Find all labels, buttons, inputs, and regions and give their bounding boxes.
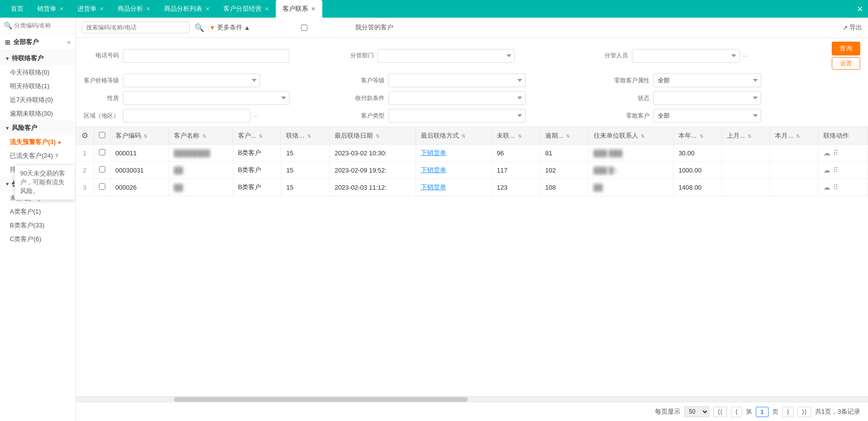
sort-type-icon[interactable]: ⇅ <box>259 133 263 139</box>
row-last-method-2-link[interactable]: 下销货单 <box>421 166 446 173</box>
action-more-icon-3[interactable]: ⠿ <box>833 183 838 191</box>
sidebar-item-churned[interactable]: 已流失客户(24) ? <box>0 149 75 163</box>
gear-icon[interactable]: ⚙ <box>81 131 89 140</box>
section-pending-contact[interactable]: ▼ 待联络客户 <box>0 51 75 66</box>
row-last-method-2: 下销货单 <box>415 162 491 179</box>
row-this-month-2 <box>770 162 819 179</box>
horizontal-scrollbar[interactable] <box>76 396 868 402</box>
filter-input-phone[interactable] <box>123 49 289 63</box>
tab-product-analysis[interactable]: 商品分析 ✕ <box>111 0 157 18</box>
row-last-method-3-link[interactable]: 下销货单 <box>421 183 446 191</box>
filter-select-status[interactable] <box>653 91 761 105</box>
row-last-month-2 <box>722 162 770 179</box>
tab-home[interactable]: 首页 <box>4 0 30 18</box>
close-tab-sales[interactable]: ✕ <box>59 6 64 12</box>
close-tab-pa[interactable]: ✕ <box>146 6 150 12</box>
close-tab-cc[interactable]: ✕ <box>311 6 315 12</box>
search-input[interactable] <box>82 22 190 33</box>
prev-page-btn[interactable]: ⟨ <box>731 407 742 417</box>
filter-label-dept: 分管部门 <box>338 51 378 60</box>
search-button[interactable]: 🔍 <box>194 23 204 32</box>
sort-contact-icon[interactable]: ⇅ <box>307 133 311 139</box>
close-tab-purchase[interactable]: ✕ <box>99 6 104 12</box>
sort-person-icon[interactable]: ⇅ <box>641 133 645 139</box>
row-person-2-value: ███ █3... <box>594 167 623 174</box>
tab-product-list[interactable]: 商品分析列表 ✕ <box>157 0 217 18</box>
sort-this-month-icon[interactable]: ⇅ <box>796 133 800 139</box>
collapse-icon[interactable]: « <box>67 39 71 46</box>
my-customer-checkbox-label[interactable]: 我分管的客户 <box>255 23 393 32</box>
tab-sales-order[interactable]: 销货单 ✕ <box>30 0 71 18</box>
export-label: 导出 <box>849 23 862 32</box>
region-more-icon[interactable]: ··· <box>253 112 259 120</box>
sidebar-item-c-class[interactable]: C类客户(6) <box>0 232 75 246</box>
filter-select-nature[interactable] <box>123 91 289 105</box>
last-page-btn[interactable]: ⟩⟩ <box>797 407 811 417</box>
row-last-method-1: 下销货单 <box>415 145 491 162</box>
sort-this-year-icon[interactable]: ⇅ <box>699 133 703 139</box>
row-checkbox-1 <box>94 145 110 162</box>
my-customer-checkbox[interactable] <box>255 25 353 31</box>
row-1-checkbox[interactable] <box>99 149 105 155</box>
table-row: 1 000011 ████████ B类客户 15 2023-03-02 10:… <box>76 145 868 162</box>
sidebar-item-today-contact[interactable]: 今天待联络(0) <box>0 66 75 79</box>
per-page-select[interactable]: 50 100 200 <box>684 406 709 417</box>
settings-button[interactable]: 设置 <box>832 57 860 70</box>
export-btn[interactable]: ↗ 导出 <box>843 23 862 32</box>
first-page-btn[interactable]: ⟨⟨ <box>713 407 727 417</box>
filter-select-price-level[interactable] <box>123 74 260 87</box>
row-num-1: 1 <box>76 145 94 162</box>
scrollbar-thumb[interactable] <box>174 397 468 402</box>
row-3-checkbox[interactable] <box>99 183 105 190</box>
action-more-icon-1[interactable]: ⠿ <box>833 149 838 157</box>
sidebar-search-input[interactable] <box>14 22 72 29</box>
filter-select-retail[interactable]: 全部 <box>653 109 761 123</box>
row-2-checkbox[interactable] <box>99 166 105 173</box>
next-page-btn[interactable]: ⟩ <box>782 407 794 417</box>
action-more-icon-2[interactable]: ⠿ <box>833 166 838 174</box>
filter-select-customer-type[interactable] <box>388 109 526 123</box>
sidebar-item-tomorrow-contact[interactable]: 明天待联络(1) <box>0 79 75 93</box>
manager-more-icon[interactable]: ··· <box>743 52 748 59</box>
tab-customer-contact[interactable]: 客户联系 ✕ <box>276 0 322 18</box>
sort-last-month-icon[interactable]: ⇅ <box>747 133 751 139</box>
sort-last-method-icon[interactable]: ⇅ <box>461 133 465 139</box>
sidebar-item-b-class[interactable]: B类客户(33) <box>0 219 75 232</box>
filter-select-retail-attr[interactable]: 全部 <box>653 74 761 87</box>
a-class-label: A类客户(1) <box>10 207 41 216</box>
sidebar-item-overdue-contact[interactable]: 逾期未联络(30) <box>0 107 75 121</box>
sidebar-all-customers[interactable]: ⊞ 全部客户 « <box>0 34 75 51</box>
sidebar-item-churn-warning[interactable]: 流失预警客户(3) ● <box>0 135 75 149</box>
filter-select-manager[interactable] <box>632 49 740 63</box>
row-contact-count-1: 15 <box>281 145 330 162</box>
tab-customer-tier[interactable]: 客户分层经营 ✕ <box>217 0 276 18</box>
sort-last-date-icon[interactable]: ⇅ <box>376 133 380 139</box>
filter-label-payment: 收付款条件 <box>349 94 388 102</box>
actions-cell-1: ☁ ⠿ <box>823 149 863 157</box>
section-risk-customer[interactable]: ▼ 风险客户 <box>0 121 75 135</box>
filter-input-region[interactable] <box>123 109 250 123</box>
sort-code-icon[interactable]: ⇅ <box>144 133 147 139</box>
row-last-method-1-link[interactable]: 下销货单 <box>421 149 446 156</box>
filter-select-dept[interactable] <box>378 49 515 63</box>
row-actions-2: ☁ ⠿ <box>819 162 868 179</box>
close-window-btn[interactable]: ✕ <box>857 4 863 14</box>
sidebar-item-7day-contact[interactable]: 近7天待联络(0) <box>0 93 75 107</box>
filter-select-payment[interactable] <box>388 91 526 105</box>
close-tab-pl[interactable]: ✕ <box>205 6 210 12</box>
filter-select-customer-level[interactable] <box>388 74 526 87</box>
action-phone-icon-2[interactable]: ☁ <box>823 166 830 174</box>
sidebar-item-a-class[interactable]: A类客户(1) <box>0 205 75 219</box>
all-customers-label: 全部客户 <box>13 38 39 47</box>
select-all-checkbox[interactable] <box>99 132 105 138</box>
action-phone-icon-3[interactable]: ☁ <box>823 183 830 191</box>
action-phone-icon-1[interactable]: ☁ <box>823 149 830 157</box>
sort-uncontacted-icon[interactable]: ⇅ <box>518 133 522 139</box>
query-button[interactable]: 查询 <box>832 42 860 55</box>
filter-row-3: 性质 收付款条件 状态 <box>84 91 860 105</box>
close-tab-ct[interactable]: ✕ <box>265 6 269 12</box>
sort-name-icon[interactable]: ⇅ <box>202 133 206 139</box>
more-conditions-btn[interactable]: ▼ 更多条件 ▲ <box>209 23 250 32</box>
tab-purchase-order[interactable]: 进货单 ✕ <box>71 0 111 18</box>
sort-overdue-icon[interactable]: ⇅ <box>566 133 570 139</box>
